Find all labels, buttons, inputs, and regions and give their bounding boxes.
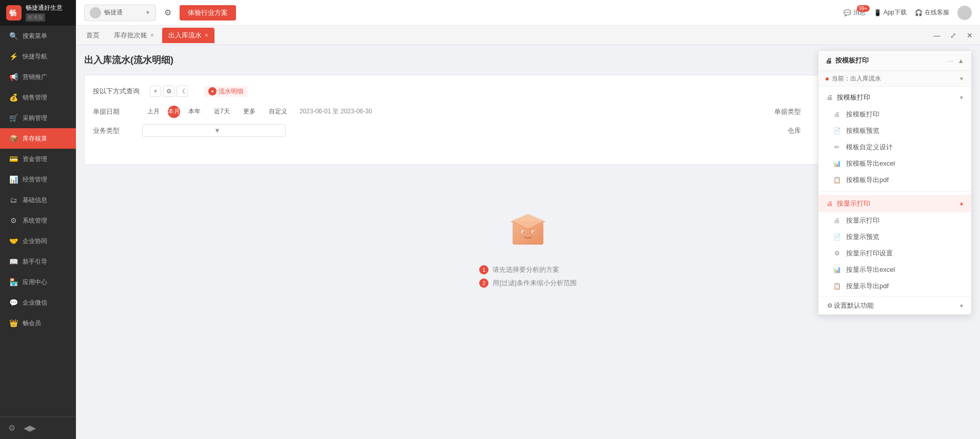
template-preview-icon: 📄 <box>833 127 841 135</box>
dropdown-item-template-pdf[interactable]: 📋 按模板导出pdf <box>818 172 971 188</box>
tab-maximize-button[interactable]: ⤢ <box>947 29 959 42</box>
empty-illustration <box>502 204 554 255</box>
sidebar: 畅 畅捷通好生意 标准版 🔍 搜索菜单 ⚡ 快捷导航 📢 营销推广 💰 销售管理… <box>0 0 76 439</box>
tab-batch[interactable]: 库存批次账 × <box>108 28 160 43</box>
app-center-icon: 🏪 <box>8 277 18 287</box>
user-avatar-selector <box>90 7 101 18</box>
dropdown-item-display-excel[interactable]: 📊 按显示导出excel <box>818 262 971 278</box>
dropdown-item-template-preview[interactable]: 📄 按模板预览 <box>818 123 971 139</box>
template-print-icon: 🖨 <box>833 110 841 118</box>
template-preview-label: 按模板预览 <box>846 126 879 135</box>
messages-button[interactable]: 💬 消息 99+ <box>844 8 866 17</box>
setting-default-icon: ⚙ <box>826 302 834 310</box>
bottom-setting-arrow-icon: ▼ <box>959 303 964 309</box>
date-tag-more[interactable]: 更多 <box>238 106 261 117</box>
date-tag-7-days[interactable]: 近7天 <box>209 106 235 117</box>
sidebar-label-finance: 资金管理 <box>23 155 47 164</box>
message-icon: 💬 <box>844 9 851 16</box>
sidebar-label-guide: 新手引导 <box>23 257 47 266</box>
sidebar-item-system[interactable]: ⚙ 系统管理 <box>0 210 76 231</box>
display-pdf-icon: 📋 <box>833 282 841 290</box>
sidebar-item-member[interactable]: 👑 畅会员 <box>0 313 76 333</box>
guide-icon: 📖 <box>8 256 18 267</box>
tab-close-button[interactable]: ✕ <box>964 29 976 42</box>
sidebar-item-purchase[interactable]: 🛒 采购管理 <box>0 108 76 128</box>
current-dot-icon <box>826 77 829 81</box>
messages-badge: 99+ <box>857 5 870 12</box>
tip-num-2: 2 <box>479 278 488 288</box>
dropdown-item-display-print[interactable]: 🖨 按显示打印 <box>818 212 971 229</box>
display-section-label: 按显示打印 <box>837 199 870 208</box>
date-tag-this-month[interactable]: 本月 <box>168 106 180 118</box>
sidebar-item-guide[interactable]: 📖 新手引导 <box>0 251 76 272</box>
date-tag-custom[interactable]: 自定义 <box>264 106 292 117</box>
sidebar-label-purchase: 采购管理 <box>23 114 47 123</box>
sales-icon: 💰 <box>8 92 18 103</box>
sidebar-item-marketing[interactable]: 📢 营销推广 <box>0 67 76 87</box>
bottom-settings-icon[interactable]: ⚙ <box>8 423 15 433</box>
customer-service-label: 在线客服 <box>925 8 949 17</box>
dropdown-item-display-print-settings[interactable]: ⚙ 按显示打印设置 <box>818 245 971 262</box>
logo-version: 标准版 <box>26 13 45 22</box>
template-section-header[interactable]: 🖨 按模板打印 ▼ <box>818 89 971 106</box>
topbar-right: 💬 消息 99+ 📱 App下载 🎧 在线客服 <box>844 6 972 20</box>
dropdown-close-button[interactable]: ▲ <box>957 57 964 65</box>
dropdown-more-button[interactable]: ··· <box>948 57 953 65</box>
filter-section-container: ● 流水明细 <box>204 86 247 97</box>
sidebar-label-inventory: 库存核算 <box>23 134 47 143</box>
sidebar-label-app-center: 应用中心 <box>23 278 47 287</box>
enterprise-icon: 🤝 <box>8 236 18 246</box>
display-print-icon: 🖨 <box>833 216 841 225</box>
sidebar-item-search[interactable]: 🔍 搜索菜单 <box>0 26 76 46</box>
sidebar-item-operations[interactable]: 📊 经营管理 <box>0 169 76 190</box>
user-avatar-top[interactable] <box>957 6 972 20</box>
sidebar-item-quick-nav[interactable]: ⚡ 快捷导航 <box>0 46 76 67</box>
tip-text-2: 用[过滤]条件来缩小分析范围 <box>493 278 576 288</box>
bottom-setting-label: 设置默认功能 <box>834 301 874 310</box>
sidebar-label-quick-nav: 快捷导航 <box>23 52 47 61</box>
svg-point-5 <box>533 231 535 233</box>
sidebar-item-enterprise[interactable]: 🤝 企业协同 <box>0 231 76 251</box>
bottom-collapse-icon[interactable]: ◀▶ <box>24 423 36 433</box>
filter-section-icon: ● <box>208 87 217 95</box>
dropdown-item-display-preview[interactable]: 📄 按显示预览 <box>818 229 971 245</box>
sidebar-item-app-center[interactable]: 🏪 应用中心 <box>0 272 76 292</box>
sidebar-label-marketing: 营销推广 <box>23 73 47 82</box>
filter-collapse-button[interactable]: 《 <box>177 86 188 97</box>
date-tag-last-month[interactable]: 上月 <box>142 106 165 117</box>
template-section-arrow-icon: ▼ <box>959 95 964 101</box>
tab-actions: — ⤢ ✕ <box>931 29 976 42</box>
dropdown-item-template-excel[interactable]: 📊 按模板导出excel <box>818 155 971 172</box>
tab-flow-close-icon[interactable]: × <box>205 32 208 39</box>
bottom-setting-button[interactable]: ⚙ 设置默认功能 ▼ <box>818 296 971 314</box>
dropdown-item-template-print[interactable]: 🖨 按模板打印 <box>818 106 971 123</box>
tab-flow[interactable]: 出入库流水 × <box>162 28 214 43</box>
logo-icon: 畅 <box>6 5 22 21</box>
date-tag-this-year[interactable]: 本年 <box>183 106 206 117</box>
sidebar-item-wecom[interactable]: 💬 企业微信 <box>0 292 76 313</box>
sidebar-label-sales: 销售管理 <box>23 93 47 102</box>
display-pdf-label: 按显示导出pdf <box>846 282 889 291</box>
filter-add-button[interactable]: + <box>150 86 161 97</box>
customer-service-button[interactable]: 🎧 在线客服 <box>915 8 949 17</box>
dropdown-title-text: 按模板打印 <box>835 56 869 65</box>
dropdown-item-template-custom[interactable]: ✏ 模板自定义设计 <box>818 139 971 155</box>
app-download-button[interactable]: 📱 App下载 <box>874 8 907 17</box>
tab-minimize-button[interactable]: — <box>931 29 943 42</box>
sidebar-nav: 🔍 搜索菜单 ⚡ 快捷导航 📢 营销推广 💰 销售管理 🛒 采购管理 📦 库存核… <box>0 26 76 416</box>
sidebar-label-member: 畅会员 <box>23 319 41 328</box>
tab-batch-close-icon[interactable]: × <box>150 32 154 39</box>
dropdown-item-display-pdf[interactable]: 📋 按显示导出pdf <box>818 278 971 294</box>
trial-button[interactable]: 体验行业方案 <box>180 5 236 21</box>
business-type-input[interactable]: ▼ <box>142 124 286 137</box>
sidebar-item-sales[interactable]: 💰 销售管理 <box>0 87 76 108</box>
tab-home[interactable]: 首页 <box>80 28 106 43</box>
gear-button[interactable]: ⚙ <box>160 5 175 21</box>
sidebar-item-finance[interactable]: 💳 资金管理 <box>0 149 76 169</box>
filter-settings-button[interactable]: ⚙ <box>163 86 174 97</box>
sidebar-item-inventory[interactable]: 📦 库存核算 <box>0 128 76 149</box>
sidebar-item-base[interactable]: 🗂 基础信息 <box>0 190 76 210</box>
sidebar-label-base: 基础信息 <box>23 196 47 205</box>
user-selector[interactable]: 畅捷通 ▼ <box>84 5 156 21</box>
display-section-header[interactable]: 🖨 按显示打印 ▼ <box>818 195 971 212</box>
